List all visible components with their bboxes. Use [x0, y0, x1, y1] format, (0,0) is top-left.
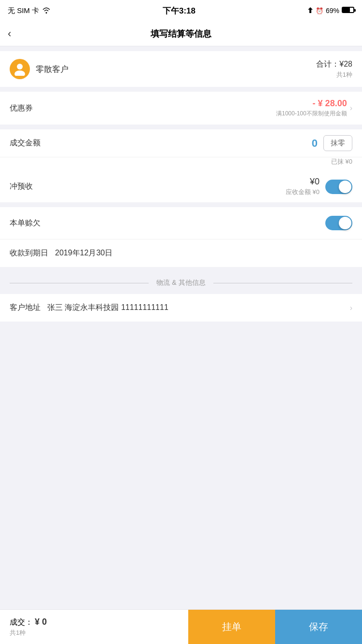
address-label: 客户地址: [10, 303, 41, 313]
address-section: 客户地址 张三 海淀永丰科技园 11111111111 ›: [0, 294, 362, 322]
bottom-amount: ¥ 0: [35, 617, 47, 627]
debit-toggle-knob: [339, 217, 351, 229]
customer-right: 合计：¥28 共1种: [316, 59, 352, 79]
prepayment-values: ¥0 应收金额 ¥0: [286, 177, 320, 196]
address-value: 张三 海淀永丰科技园 11111111111: [47, 303, 350, 313]
transaction-section: 成交金额 0 抹零 已抹 ¥0 冲预收 ¥0 应收金额 ¥0: [0, 129, 362, 202]
debit-row: 本单赊欠: [0, 207, 362, 239]
coupon-row[interactable]: 优惠券 - ¥ 28.00 满1000-100不限制使用金额 ›: [0, 92, 362, 125]
location-icon: [307, 7, 313, 15]
carrier-text: 无 SIM 卡: [8, 6, 39, 15]
coupon-section: 优惠券 - ¥ 28.00 满1000-100不限制使用金额 ›: [0, 92, 362, 125]
due-date-value: 2019年12月30日: [55, 248, 112, 258]
coupon-value-group: - ¥ 28.00 满1000-100不限制使用金额: [276, 98, 347, 118]
logistics-line-right: [213, 283, 352, 283]
prepayment-label: 冲预收: [10, 182, 33, 192]
svg-point-0: [17, 64, 23, 70]
prepayment-toggle[interactable]: [325, 180, 352, 194]
bottom-bar: 成交： ¥ 0 共1种 挂单 保存: [0, 609, 362, 644]
customer-left: 零散客户: [10, 59, 69, 79]
coupon-label: 优惠券: [10, 103, 33, 113]
hang-button[interactable]: 挂单: [188, 610, 275, 644]
bottom-transaction-label: 成交：: [10, 617, 33, 628]
main-content: 零散客户 合计：¥28 共1种 优惠券 - ¥ 28.00 满1000-100不…: [0, 51, 362, 458]
debit-section: 本单赊欠 收款到期日 2019年12月30日: [0, 207, 362, 267]
toggle-knob: [339, 181, 351, 193]
save-button[interactable]: 保存: [275, 610, 362, 644]
bottom-summary: 成交： ¥ 0 共1种: [0, 617, 188, 637]
prepayment-right: ¥0 应收金额 ¥0: [286, 177, 352, 196]
status-right: ⏰ 69%: [307, 7, 354, 15]
customer-avatar: [10, 59, 30, 79]
bottom-count: 共1种: [10, 629, 179, 637]
logistics-label: 物流 & 其他信息: [156, 279, 205, 287]
amount-value: 0: [312, 137, 318, 150]
svg-point-1: [14, 70, 25, 76]
total-amount: 合计：¥28: [316, 59, 352, 70]
coupon-chevron-icon: ›: [350, 104, 352, 112]
customer-row: 零散客户 合计：¥28 共1种: [0, 51, 362, 87]
prepayment-amount: ¥0: [286, 177, 320, 187]
coupon-description: 满1000-100不限制使用金额: [276, 110, 347, 118]
debit-toggle[interactable]: [325, 216, 352, 230]
status-time: 下午3:18: [163, 5, 195, 16]
alarm-icon: ⏰: [316, 7, 323, 14]
amount-right: 0 抹零: [312, 135, 352, 151]
logistics-section-header: 物流 & 其他信息: [0, 272, 362, 294]
already-rounded-text: 已抹 ¥0: [0, 157, 362, 171]
customer-name: 零散客户: [36, 64, 69, 75]
coupon-right: - ¥ 28.00 满1000-100不限制使用金额 ›: [276, 98, 352, 118]
coupon-value: - ¥ 28.00: [276, 98, 347, 109]
battery-icon: [342, 7, 354, 14]
due-date-row: 收款到期日 2019年12月30日: [0, 239, 362, 267]
logistics-line-left: [10, 283, 149, 283]
customer-section: 零散客户 合计：¥28 共1种: [0, 51, 362, 87]
amount-row: 成交金额 0 抹零: [0, 129, 362, 157]
due-date-label: 收款到期日: [10, 248, 48, 258]
content-spacer: [0, 326, 362, 423]
status-left: 无 SIM 卡: [8, 6, 51, 15]
address-row[interactable]: 客户地址 张三 海淀永丰科技园 11111111111 ›: [0, 294, 362, 322]
prepayment-receivable: 应收金额 ¥0: [286, 188, 320, 196]
nav-bar: ‹ 填写结算等信息: [0, 21, 362, 46]
address-chevron-icon: ›: [350, 304, 352, 312]
back-button[interactable]: ‹: [8, 28, 11, 40]
status-bar: 无 SIM 卡 下午3:18 ⏰ 69%: [0, 0, 362, 21]
amount-label: 成交金额: [10, 138, 41, 148]
battery-percentage: 69%: [326, 7, 339, 14]
prepayment-row: 冲预收 ¥0 应收金额 ¥0: [0, 171, 362, 202]
debit-label: 本单赊欠: [10, 218, 41, 228]
total-count: 共1种: [316, 70, 352, 79]
wifi-icon: [42, 7, 51, 15]
logistics-divider-row: 物流 & 其他信息: [10, 279, 352, 287]
round-button[interactable]: 抹零: [323, 135, 352, 151]
page-title: 填写结算等信息: [151, 28, 211, 40]
